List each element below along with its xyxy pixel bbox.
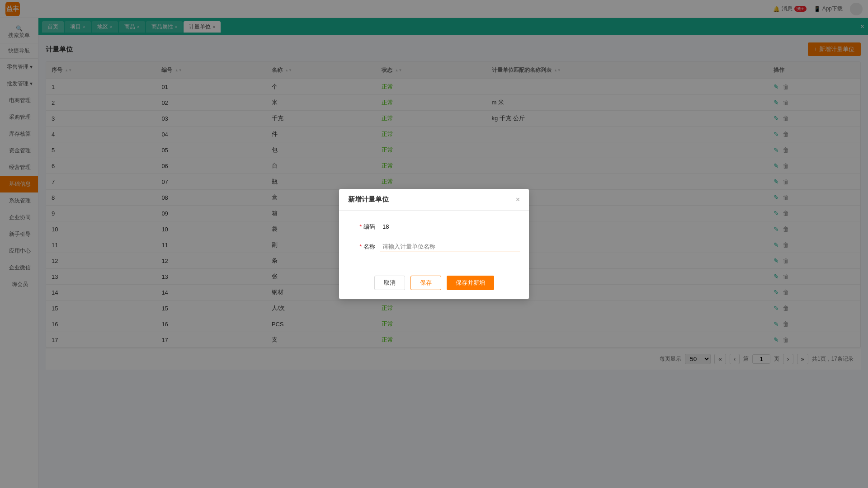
code-label: * 编码 (348, 223, 375, 231)
modal-close-button[interactable]: × (516, 196, 520, 204)
name-form-row: * 名称 (348, 241, 520, 252)
save-button[interactable]: 保存 (410, 276, 441, 290)
code-input[interactable] (380, 221, 520, 232)
modal-footer: 取消 保存 保存并新增 (339, 270, 529, 299)
name-label: * 名称 (348, 243, 375, 251)
code-form-row: * 编码 (348, 221, 520, 232)
save-and-new-button[interactable]: 保存并新增 (447, 276, 494, 290)
required-star: * (359, 223, 362, 230)
modal-title: 新增计量单位 (348, 195, 389, 204)
modal-overlay: 新增计量单位 × * 编码 * 名称 取消 保存 保存并新增 (0, 0, 868, 488)
required-star-2: * (359, 243, 362, 250)
cancel-button[interactable]: 取消 (374, 276, 405, 290)
modal-add-unit: 新增计量单位 × * 编码 * 名称 取消 保存 保存并新增 (339, 189, 529, 299)
modal-header: 新增计量单位 × (339, 189, 529, 211)
name-input[interactable] (380, 241, 520, 252)
modal-body: * 编码 * 名称 (339, 211, 529, 270)
